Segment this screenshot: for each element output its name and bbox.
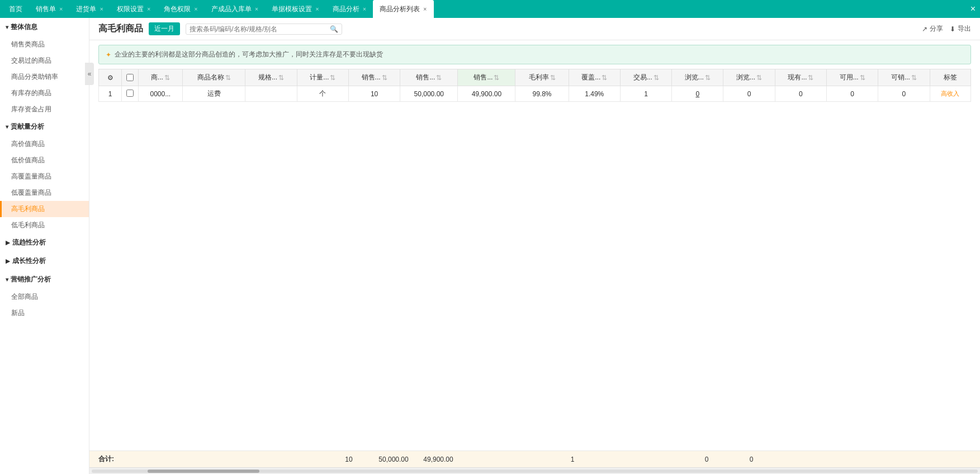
- col-sales-qty[interactable]: 销售... ⇅: [348, 69, 400, 86]
- sidebar-item-category-rate[interactable]: 商品分类助销率: [0, 69, 89, 85]
- export-icon: ⬇: [950, 25, 955, 33]
- sidebar-item-sales-goods[interactable]: 销售类商品: [0, 36, 89, 53]
- window-close-button[interactable]: ×: [970, 4, 976, 14]
- nav-sales-order[interactable]: 销售单 ×: [29, 0, 69, 18]
- col-sales-amount[interactable]: 销售... ⇅: [400, 69, 458, 86]
- sidebar: ▾ 整体信息 销售类商品 交易过的商品 商品分类助销率 有库存的商品 库存资金占…: [0, 18, 89, 474]
- col-settings[interactable]: ⚙: [99, 69, 122, 86]
- sidebar-group-growth[interactable]: ▶ 成长性分析: [0, 252, 89, 270]
- row-view1-cell: 0: [672, 86, 723, 102]
- footer-spacer1: [125, 456, 142, 463]
- nav-purchase-order[interactable]: 进货单 ×: [69, 0, 110, 18]
- col-view2[interactable]: 浏览... ⇅: [723, 69, 775, 86]
- row-sellable-cell: 0: [878, 86, 930, 102]
- col-view1[interactable]: 浏览... ⇅: [672, 69, 723, 86]
- footer-gross-rate: [461, 456, 505, 463]
- row-spec-cell: [245, 86, 297, 102]
- nav-role-permission[interactable]: 角色权限 ×: [157, 0, 204, 18]
- footer-view2: [640, 456, 684, 463]
- content-header: 高毛利商品 近一月 🔍 ↗ 分享 ⬇ 导出: [89, 18, 980, 40]
- table-container: ⚙ 商... ⇅ 商品名称: [89, 69, 980, 450]
- sidebar-item-high-margin[interactable]: 高毛利商品: [0, 201, 89, 217]
- col-current[interactable]: 现有... ⇅: [775, 69, 826, 86]
- horizontal-scrollbar[interactable]: [89, 467, 980, 474]
- growth-arrow-icon: ▶: [6, 258, 10, 264]
- col-gross-rate[interactable]: 毛利率 ⇅: [515, 69, 569, 86]
- search-icon[interactable]: 🔍: [330, 25, 338, 33]
- table-header-row: ⚙ 商... ⇅ 商品名称: [99, 69, 971, 86]
- col-trade[interactable]: 交易... ⇅: [620, 69, 671, 86]
- col-view2-sort-icon: ⇅: [756, 74, 762, 82]
- search-box: 🔍: [186, 24, 342, 35]
- sidebar-item-new-goods[interactable]: 新品: [0, 305, 89, 321]
- col-code[interactable]: 商... ⇅: [139, 69, 183, 86]
- col-gross-rate-sort-icon: ⇅: [550, 74, 556, 82]
- nav-home[interactable]: 首页: [2, 0, 29, 18]
- sidebar-item-low-margin[interactable]: 低毛利商品: [0, 217, 89, 233]
- col-checkbox: [122, 69, 139, 86]
- nav-permission-settings[interactable]: 权限设置 ×: [110, 0, 157, 18]
- col-sales-profit-sort-icon: ⇅: [494, 74, 499, 82]
- marketing-arrow-icon: ▾: [6, 276, 8, 283]
- sidebar-group-trend[interactable]: ▶ 流趋性分析: [0, 233, 89, 252]
- row-sales-profit-cell: 49,900.00: [458, 86, 515, 102]
- nav-template-settings[interactable]: 单据模板设置 ×: [265, 0, 325, 18]
- row-code-cell: 0000...: [139, 86, 183, 102]
- footer-coverage: [505, 456, 550, 463]
- nav-role-permission-close[interactable]: ×: [194, 6, 197, 12]
- sidebar-group-overview[interactable]: ▾ 整体信息: [0, 18, 89, 36]
- sidebar-item-low-coverage[interactable]: 低覆盖量商品: [0, 185, 89, 201]
- nav-product-analysis-list-close[interactable]: ×: [423, 6, 427, 12]
- data-table: ⚙ 商... ⇅ 商品名称: [98, 69, 971, 102]
- nav-product-analysis-list[interactable]: 商品分析列表 ×: [373, 0, 433, 18]
- row-num-cell: [122, 86, 139, 102]
- sidebar-group-contribution[interactable]: ▾ 贡献量分析: [0, 118, 89, 136]
- sidebar-item-stock-capital[interactable]: 库存资金占用: [0, 101, 89, 118]
- nav-sales-order-close[interactable]: ×: [59, 6, 63, 12]
- col-spec[interactable]: 规格... ⇅: [245, 69, 297, 86]
- nav-template-settings-close[interactable]: ×: [315, 6, 319, 12]
- scrollbar-thumb[interactable]: [148, 470, 259, 473]
- col-available-sort-icon: ⇅: [860, 74, 865, 82]
- row-available-cell: 0: [827, 86, 878, 102]
- content-area: 高毛利商品 近一月 🔍 ↗ 分享 ⬇ 导出 ✦ 企业的主要的利润都是这部分商品创…: [89, 18, 980, 474]
- nav-permission-settings-close[interactable]: ×: [147, 6, 150, 12]
- nav-product-analysis[interactable]: 商品分析 ×: [326, 0, 373, 18]
- row-sales-qty-cell: 10: [348, 86, 400, 102]
- sidebar-item-traded-goods[interactable]: 交易过的商品: [0, 53, 89, 69]
- share-button[interactable]: ↗ 分享: [922, 24, 943, 34]
- col-name[interactable]: 商品名称 ⇅: [182, 69, 245, 86]
- col-sellable[interactable]: 可销... ⇅: [878, 69, 930, 86]
- main-layout: « ▾ 整体信息 销售类商品 交易过的商品 商品分类助销率 有库存的商品 库存资…: [0, 18, 980, 474]
- col-available[interactable]: 可用... ⇅: [827, 69, 878, 86]
- col-sales-profit[interactable]: 销售... ⇅: [458, 69, 515, 86]
- footer-available: 0: [729, 456, 774, 463]
- col-code-sort-icon: ⇅: [164, 74, 170, 82]
- contribution-arrow-icon: ▾: [6, 124, 8, 130]
- row-tag-cell: 高收入: [930, 86, 970, 102]
- sidebar-item-high-value[interactable]: 高价值商品: [0, 136, 89, 152]
- sidebar-group-marketing[interactable]: ▾ 营销推广分析: [0, 270, 89, 289]
- nav-product-warehouse-close[interactable]: ×: [255, 6, 258, 12]
- sidebar-item-high-coverage[interactable]: 高覆盖量商品: [0, 168, 89, 185]
- sidebar-item-instock-goods[interactable]: 有库存的商品: [0, 85, 89, 101]
- col-view1-sort-icon: ⇅: [705, 74, 711, 82]
- search-input[interactable]: [190, 25, 330, 33]
- select-all-checkbox[interactable]: [126, 74, 134, 81]
- nav-purchase-order-close[interactable]: ×: [100, 6, 103, 12]
- header-actions: ↗ 分享 ⬇ 导出: [922, 24, 971, 34]
- col-tag[interactable]: 标签: [930, 69, 970, 86]
- footer-label: 合计:: [98, 454, 125, 464]
- period-button[interactable]: 近一月: [149, 22, 180, 35]
- export-button[interactable]: ⬇ 导出: [950, 24, 971, 34]
- row-gross-rate-cell: 99.8%: [515, 86, 569, 102]
- nav-product-analysis-close[interactable]: ×: [363, 6, 366, 12]
- nav-product-warehouse[interactable]: 产成品入库单 ×: [205, 0, 265, 18]
- share-icon: ↗: [922, 25, 927, 33]
- col-unit[interactable]: 计量... ⇅: [297, 69, 348, 86]
- sidebar-collapse-button[interactable]: «: [85, 63, 94, 85]
- sidebar-item-low-value[interactable]: 低价值商品: [0, 152, 89, 168]
- col-coverage[interactable]: 覆盖... ⇅: [569, 69, 620, 86]
- sidebar-item-all-goods[interactable]: 全部商品: [0, 289, 89, 305]
- row-checkbox[interactable]: [126, 90, 134, 97]
